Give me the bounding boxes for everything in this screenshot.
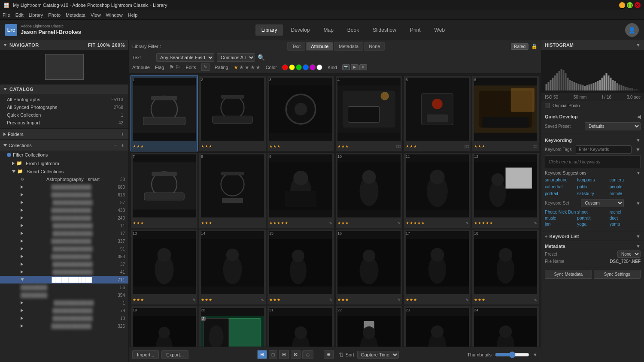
kw-set-4[interactable]: portrait [577,216,608,220]
photo-22[interactable]: 22 ★★★ ✎ [335,306,403,347]
kw-set-6[interactable]: jon [545,222,576,226]
kw-sug-1[interactable]: fstoppers [577,177,608,183]
histogram-header[interactable]: Histogram ▼ [541,40,644,50]
kw-sug-8[interactable]: mobile [610,191,641,196]
original-photo-checkbox[interactable] [545,103,550,108]
collection-item-5[interactable]: ████████████ 616 [0,191,128,199]
minimize-button[interactable]: _ [619,2,625,8]
star-5[interactable]: ★ [256,64,261,70]
lock-icon[interactable]: 🔒 [531,43,538,49]
star-4[interactable]: ★ [250,64,255,70]
kind-photo-icon[interactable]: 📷 [342,64,350,70]
photo-17[interactable]: 17 ★★★ ✎ [404,229,471,305]
photo-9[interactable]: 9 ★★★★★ ✎ [267,152,334,228]
photo-23[interactable]: 23 ★★★ ✎ [404,306,471,347]
kw-set-0[interactable]: Photo: Nick Dun [545,210,576,214]
people-view-button[interactable]: ☺ [302,350,313,359]
photo-4[interactable]: 4 ★★★ □□ [335,75,403,151]
collection-item-7[interactable]: ████████████ 433 [0,206,128,214]
kw-list-plus-icon[interactable]: + [545,234,547,239]
kind-video-icon[interactable]: ▶ [351,64,358,70]
collection-item-20[interactable]: ████████████ 79 [0,307,128,314]
kw-set-5[interactable]: duet [610,216,641,220]
collection-item-13[interactable]: ████████████ 353 [0,253,128,260]
kw-set-7[interactable]: yoga [577,222,608,226]
menu-help[interactable]: Help [128,12,138,18]
kw-sug-7[interactable]: salisbury [577,191,608,196]
kind-raw-icon[interactable]: R [359,64,367,70]
kw-sug-0[interactable]: smartphone [545,177,576,183]
photo-11[interactable]: 11 ★★★★★ ✎ [404,152,471,228]
tab-map[interactable]: Map [318,24,340,36]
collections-add-icon[interactable]: + [120,142,125,148]
kw-sug-4[interactable]: public [577,184,608,190]
sort-icon[interactable]: ⇅ [339,351,344,358]
filter-collections-item[interactable]: Filter Collections [0,151,128,159]
navigator-header[interactable]: Navigator FIT 100% 200% [0,40,128,50]
collection-item-15[interactable]: ████████████ 41 [0,268,128,276]
collection-item-16[interactable]: ████████████ 711 [0,276,128,284]
keywording-header[interactable]: Keywording ▼ [545,138,641,143]
kw-set-2[interactable]: rachel [610,210,641,214]
metadata-preset-select[interactable]: None [617,250,641,258]
collection-item-19[interactable]: ████████████ 1 [0,299,128,307]
photo-24[interactable]: 24 ★★★ ✎ [472,306,539,347]
swatch-green[interactable] [296,64,302,70]
flag-down-icon[interactable]: ⚐ [175,64,180,70]
photo-8[interactable]: 8 ★★★ [199,152,266,228]
collection-item-12[interactable]: ████████████ 91 [0,245,128,253]
photo-13[interactable]: 13 ★★★ ✎ [131,229,198,305]
kw-sug-2[interactable]: camera [610,177,641,183]
tab-book[interactable]: Book [341,24,365,36]
kw-sug-6[interactable]: portrait [545,191,576,196]
collections-minus-icon[interactable]: − [113,142,118,148]
from-lightroom-item[interactable]: 📁 From Lightroom [0,159,128,167]
menu-window[interactable]: Window [106,12,123,18]
star-1[interactable]: ★ [234,64,238,70]
menu-view[interactable]: View [91,12,101,18]
photo-3[interactable]: 3 ★★★ [267,75,334,151]
fit-label[interactable]: FIT [88,42,96,48]
collections-header[interactable]: Collections − + [0,140,128,151]
photo-5[interactable]: 5 ★★★ □□ [404,75,471,151]
catalog-synced-photos[interactable]: All Synced Photographs 2768 [0,103,128,111]
photo-12[interactable]: 12 ★★★★★ ✎ [472,152,539,228]
photo-19[interactable]: 19 ★★★★★ [131,306,198,347]
menu-metadata[interactable]: Metadata [66,12,85,18]
photo-20[interactable]: 2 20 ★★★★★ [199,306,266,347]
photo-2[interactable]: 2 ★★★ [199,75,266,151]
catalog-all-photos[interactable]: All Photographs 25113 [0,96,128,103]
loupe-view-button[interactable]: □ [269,350,278,359]
map-view-button[interactable]: ⊕ [324,350,334,359]
collection-item-21[interactable]: ████████████ 13 [0,314,128,322]
tab-slideshow[interactable]: Slideshow [367,24,402,36]
keyword-input[interactable] [576,145,632,154]
grid-view-button[interactable]: ⊞ [257,350,267,359]
menu-photo[interactable]: Photo [48,12,61,18]
keyword-click-area[interactable]: Click here to add keywords [545,155,641,168]
folders-header[interactable]: Folders + [0,129,128,139]
collection-item-6[interactable]: ████████████ 87 [0,199,128,206]
menu-file[interactable]: File [3,12,10,18]
smart-collections-item[interactable]: 📁 Smart Collections [0,167,128,175]
photo-1[interactable]: 1 ★★★ [131,75,198,151]
filter-tab-none[interactable]: None [364,42,385,51]
maximize-button[interactable]: □ [627,2,633,8]
collection-item-11[interactable]: ████████████ 337 [0,237,128,245]
photo-15[interactable]: 15 ★★★ ✎ [267,229,334,305]
saved-preset-select[interactable]: Defaults [585,122,641,130]
collection-item-4[interactable]: ████████████ 680 [0,183,128,191]
tab-library[interactable]: Library [255,24,283,36]
user-avatar[interactable]: 👤 [625,23,639,37]
menu-edit[interactable]: Edit [15,12,24,18]
thumbnails-down-icon[interactable]: ▼ [533,352,538,357]
photo-10[interactable]: 10 ★★★ ✎ [335,152,403,228]
import-button[interactable]: Import... [132,350,159,359]
swatch-purple[interactable] [310,64,316,70]
catalog-quick-collection[interactable]: Quick Collection 1 [0,111,128,119]
window-controls[interactable]: _ □ × [619,2,641,8]
flag-up-icon[interactable]: ⚑ [169,64,174,70]
edits-icon[interactable]: ✎ [201,63,210,71]
catalog-previous-import[interactable]: Previous Import 42 [0,119,128,127]
quick-develop-header[interactable]: Quick Develop ◀ [545,114,641,120]
